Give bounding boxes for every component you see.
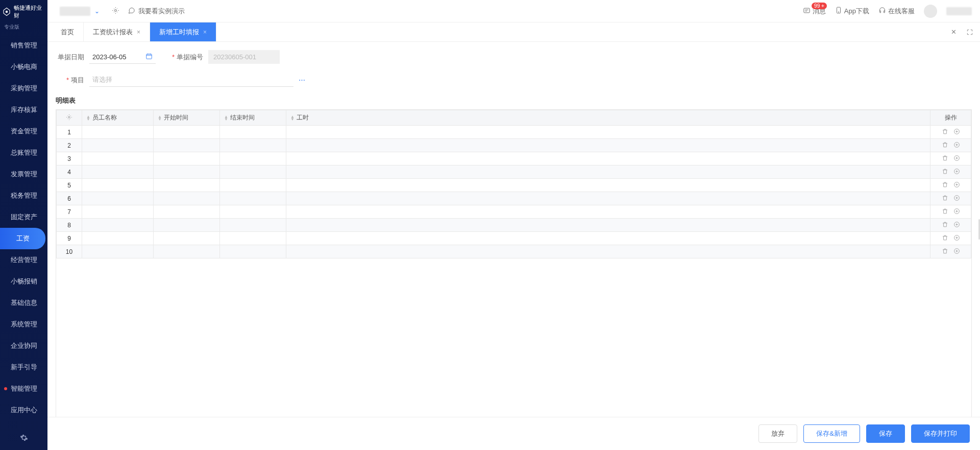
cell-start[interactable]	[154, 232, 220, 245]
nav-item-16[interactable]: 智能管理	[0, 378, 47, 399]
tab-close-icon[interactable]: ×	[203, 29, 207, 36]
cell-hours[interactable]	[286, 152, 930, 165]
cell-employee[interactable]	[82, 219, 154, 232]
nav-item-14[interactable]: 企业协同	[0, 335, 47, 357]
cell-hours[interactable]	[286, 192, 930, 205]
table-row[interactable]: 10	[57, 245, 971, 258]
cell-hours[interactable]	[286, 205, 930, 219]
add-row-icon[interactable]	[953, 208, 960, 216]
col-hours[interactable]: ▲▼工时	[286, 110, 930, 126]
delete-row-icon[interactable]	[942, 195, 948, 203]
cell-end[interactable]	[220, 139, 286, 152]
cell-employee[interactable]	[82, 139, 154, 152]
table-row[interactable]: 6	[57, 192, 971, 205]
nav-item-8[interactable]: 固定资产	[0, 206, 47, 228]
cell-hours[interactable]	[286, 179, 930, 192]
nav-item-0[interactable]: 销售管理	[0, 35, 47, 56]
cell-start[interactable]	[154, 165, 220, 179]
cell-hours[interactable]	[286, 245, 930, 258]
table-row[interactable]: 8	[57, 219, 971, 232]
delete-row-icon[interactable]	[942, 168, 948, 176]
cell-employee[interactable]	[82, 192, 154, 205]
delete-row-icon[interactable]	[942, 208, 948, 216]
cell-start[interactable]	[154, 152, 220, 165]
nav-item-7[interactable]: 税务管理	[0, 185, 47, 206]
nav-item-9[interactable]: 工资	[0, 228, 45, 249]
cell-employee[interactable]	[82, 232, 154, 245]
avatar[interactable]	[924, 5, 937, 18]
cell-employee[interactable]	[82, 165, 154, 179]
col-settings[interactable]	[57, 110, 82, 126]
discard-button[interactable]: 放弃	[758, 424, 797, 443]
tab-close-icon[interactable]: ×	[137, 29, 140, 36]
cell-start[interactable]	[154, 179, 220, 192]
cell-start[interactable]	[154, 245, 220, 258]
app-download-button[interactable]: App下载	[835, 7, 869, 16]
cell-employee[interactable]	[82, 179, 154, 192]
nav-item-13[interactable]: 系统管理	[0, 314, 47, 335]
cell-end[interactable]	[220, 126, 286, 139]
cell-employee[interactable]	[82, 126, 154, 139]
org-settings-icon[interactable]	[112, 7, 119, 16]
nav-item-1[interactable]: 小畅电商	[0, 56, 47, 78]
tab-2[interactable]: 新增工时填报×	[150, 22, 216, 41]
cell-end[interactable]	[220, 192, 286, 205]
nav-item-5[interactable]: 总账管理	[0, 142, 47, 163]
cell-employee[interactable]	[82, 205, 154, 219]
nav-item-10[interactable]: 经营管理	[0, 249, 47, 271]
fullscreen-icon[interactable]	[964, 26, 976, 38]
add-row-icon[interactable]	[953, 181, 960, 190]
cell-employee[interactable]	[82, 245, 154, 258]
table-row[interactable]: 2	[57, 139, 971, 152]
cell-hours[interactable]	[286, 165, 930, 179]
table-row[interactable]: 7	[57, 205, 971, 219]
online-service-button[interactable]: 在线客服	[878, 7, 915, 16]
tab-1[interactable]: 工资统计报表×	[84, 22, 150, 41]
add-row-icon[interactable]	[953, 155, 960, 163]
col-end[interactable]: ▲▼结束时间	[220, 110, 286, 126]
nav-item-15[interactable]: 新手引导	[0, 357, 47, 378]
table-row[interactable]: 9	[57, 232, 971, 245]
add-row-icon[interactable]	[953, 168, 960, 176]
nav-item-6[interactable]: 发票管理	[0, 163, 47, 185]
close-all-tabs-icon[interactable]: ✕	[947, 26, 960, 38]
more-icon[interactable]: ⋯	[299, 76, 305, 84]
nav-item-3[interactable]: 库存核算	[0, 99, 47, 121]
cell-end[interactable]	[220, 179, 286, 192]
nav-item-11[interactable]: 小畅报销	[0, 271, 47, 292]
cell-end[interactable]	[220, 152, 286, 165]
cell-end[interactable]	[220, 232, 286, 245]
col-employee[interactable]: ▲▼员工名称	[82, 110, 154, 126]
add-row-icon[interactable]	[953, 248, 960, 256]
demo-link[interactable]: 我要看实例演示	[128, 7, 185, 16]
cell-end[interactable]	[220, 219, 286, 232]
cell-end[interactable]	[220, 165, 286, 179]
cell-hours[interactable]	[286, 232, 930, 245]
add-row-icon[interactable]	[953, 141, 960, 150]
cell-end[interactable]	[220, 205, 286, 219]
org-selector[interactable]: ⌄	[56, 5, 104, 18]
nav-item-12[interactable]: 基础信息	[0, 292, 47, 314]
delete-row-icon[interactable]	[942, 181, 948, 190]
cell-start[interactable]	[154, 219, 220, 232]
delete-row-icon[interactable]	[942, 234, 948, 243]
username[interactable]	[946, 7, 972, 15]
save-print-button[interactable]: 保存并打印	[911, 424, 970, 443]
nav-item-17[interactable]: 应用中心	[0, 399, 47, 421]
delete-row-icon[interactable]	[942, 155, 948, 163]
table-row[interactable]: 3	[57, 152, 971, 165]
add-row-icon[interactable]	[953, 195, 960, 203]
cell-end[interactable]	[220, 245, 286, 258]
cell-start[interactable]	[154, 205, 220, 219]
table-row[interactable]: 4	[57, 165, 971, 179]
cell-hours[interactable]	[286, 219, 930, 232]
add-row-icon[interactable]	[953, 128, 960, 136]
cell-start[interactable]	[154, 192, 220, 205]
col-start[interactable]: ▲▼开始时间	[154, 110, 220, 126]
delete-row-icon[interactable]	[942, 128, 948, 136]
settings-icon[interactable]	[20, 435, 28, 443]
nav-item-2[interactable]: 采购管理	[0, 78, 47, 99]
table-row[interactable]: 5	[57, 179, 971, 192]
delete-row-icon[interactable]	[942, 141, 948, 150]
add-row-icon[interactable]	[953, 234, 960, 243]
